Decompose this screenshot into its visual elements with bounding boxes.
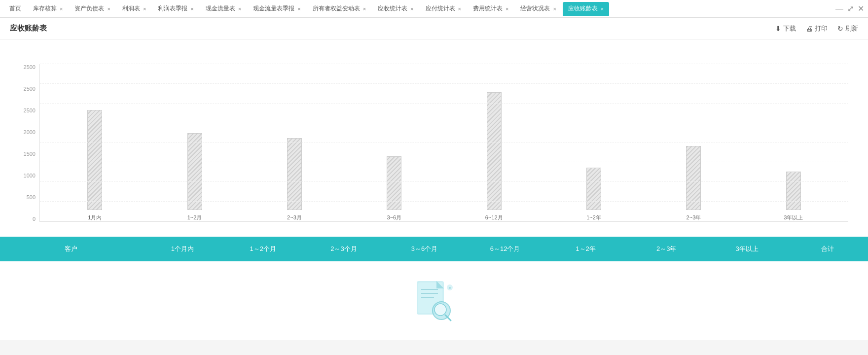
tab-label-cashflow_quarterly: 现金流量表季报 [253, 4, 294, 13]
y-axis-label: 500 [20, 194, 36, 200]
y-axis-label: 2500 [20, 107, 36, 113]
tab-close-profit_quarterly[interactable]: × [190, 6, 193, 12]
tab-close-expense_stat[interactable]: × [506, 6, 508, 12]
chart-plot: 1月内1~2月2~3月3~6月6~12月1~2年2~3年3年以上 [39, 64, 848, 222]
col-header-2to3year: 2～3年 [626, 245, 707, 253]
page-title: 应收账龄表 [10, 24, 47, 33]
col-header-1month: 1个月内 [142, 245, 223, 253]
bar-x-label: 1~2月 [187, 214, 202, 221]
tab-label-expense_stat: 费用统计表 [473, 4, 503, 13]
bar-column: 1~2月 [145, 64, 244, 221]
tab-label-balance: 资产负债表 [74, 4, 104, 13]
bar-column: 3年以上 [744, 64, 843, 221]
tab-operation[interactable]: 经营状况表× [515, 2, 561, 16]
col-header-3to6month: 3～6个月 [384, 245, 465, 253]
tab-aging[interactable]: 应收账龄表× [563, 2, 609, 16]
bar-x-label: 1月内 [88, 214, 102, 221]
grid-line [40, 181, 848, 182]
bar-column: 2~3年 [644, 64, 743, 221]
grid-line [40, 83, 848, 84]
bar [87, 110, 102, 210]
tab-payable_stat[interactable]: 应付统计表× [420, 2, 467, 16]
y-axis-label: 0 [20, 216, 36, 222]
tab-close-cashflow_quarterly[interactable]: × [297, 6, 300, 12]
tab-profit_quarterly[interactable]: 利润表季报× [152, 2, 199, 16]
bar-x-label: 3~6月 [387, 214, 401, 221]
tab-profit[interactable]: 利润表× [117, 2, 151, 16]
bar-column: 2~3月 [245, 64, 344, 221]
bars-container: 1月内1~2月2~3月3~6月6~12月1~2年2~3年3年以上 [40, 64, 848, 221]
tab-label-aging: 应收账龄表 [568, 4, 598, 13]
tab-label-receivable_stat: 应收统计表 [378, 4, 407, 13]
tab-bar: 首页库存核算×资产负债表×利润表×利润表季报×现金流量表×现金流量表季报×所有者… [0, 0, 868, 18]
maximize-icon[interactable]: ⤢ [847, 4, 854, 13]
bar-x-label: 3年以上 [784, 214, 803, 221]
col-header-total: 合计 [788, 245, 868, 253]
download-button[interactable]: ⬇ 下载 [775, 24, 796, 33]
tab-close-inventory[interactable]: × [60, 6, 63, 12]
tab-close-aging[interactable]: × [601, 6, 604, 12]
tab-balance[interactable]: 资产负债表× [69, 2, 115, 16]
tab-label-payable_stat: 应付统计表 [426, 4, 455, 13]
tab-inventory[interactable]: 库存核算× [28, 2, 68, 16]
tab-close-profit[interactable]: × [143, 6, 146, 12]
table-header: 客户1个月内1～2个月2～3个月3～6个月6～12个月1～2年2～3年3年以上合… [0, 237, 868, 261]
refresh-icon: ↻ [837, 25, 843, 33]
tab-label-profit: 利润表 [122, 4, 140, 13]
y-axis-label: 2000 [20, 129, 36, 135]
close-icon[interactable]: ✕ [858, 4, 864, 13]
y-axis-label: 1000 [20, 173, 36, 178]
grid-line [40, 123, 848, 123]
tab-label-operation: 经营状况表 [520, 4, 550, 13]
col-header-1to2year: 1～2年 [545, 245, 626, 253]
tab-equity[interactable]: 所有者权益变动表× [307, 2, 371, 16]
tab-home[interactable]: 首页 [4, 2, 27, 16]
bar [586, 168, 601, 210]
bar-x-label: 6~12月 [485, 214, 503, 221]
tab-receivable_stat[interactable]: 应收统计表× [372, 2, 419, 16]
col-header-3yearplus: 3年以上 [707, 245, 788, 253]
bar-x-label: 2~3年 [687, 214, 701, 221]
bar [187, 133, 202, 210]
tab-close-payable_stat[interactable]: × [458, 6, 461, 12]
y-axis: 0500100015002000250025002500 [20, 64, 39, 222]
tab-label-home: 首页 [9, 4, 21, 13]
bar-column: 1~2年 [544, 64, 644, 221]
tab-label-inventory: 库存核算 [33, 4, 57, 13]
tab-close-operation[interactable]: × [553, 6, 556, 12]
svg-point-7 [434, 304, 446, 316]
tab-label-profit_quarterly: 利润表季报 [158, 4, 187, 13]
bar [686, 146, 701, 210]
grid-line [40, 162, 848, 162]
tab-expense_stat[interactable]: 费用统计表× [468, 2, 514, 16]
refresh-button[interactable]: ↻ 刷新 [837, 24, 858, 33]
tab-cashflow_quarterly[interactable]: 现金流量表季报× [248, 2, 306, 16]
bar-x-label: 1~2年 [586, 214, 601, 221]
chart-container: 0500100015002000250025002500 1月内1~2月2~3月… [20, 49, 848, 222]
tab-close-equity[interactable]: × [363, 6, 366, 12]
grid-line [40, 142, 848, 143]
tab-close-balance[interactable]: × [107, 6, 110, 12]
col-header-6to12month: 6～12个月 [465, 245, 545, 253]
y-axis-label: 1500 [20, 151, 36, 157]
svg-text:✦: ✦ [448, 286, 452, 290]
tab-close-cashflow[interactable]: × [238, 6, 241, 12]
chart-area: 0500100015002000250025002500 1月内1~2月2~3月… [0, 39, 868, 237]
print-button[interactable]: 🖨 打印 [806, 24, 828, 33]
header-actions: ⬇ 下载 🖨 打印 ↻ 刷新 [775, 24, 858, 33]
tab-close-receivable_stat[interactable]: × [410, 6, 413, 12]
tab-label-cashflow: 现金流量表 [206, 4, 235, 13]
grid-line [40, 103, 848, 104]
minimize-icon[interactable]: — [835, 4, 843, 13]
bar-column: 3~6月 [344, 64, 444, 221]
grid-line [40, 64, 848, 64]
page-header: 应收账龄表 ⬇ 下载 🖨 打印 ↻ 刷新 [0, 18, 868, 39]
y-axis-label: 2500 [20, 64, 36, 70]
bar-column: 1月内 [45, 64, 145, 221]
window-controls: — ⤢ ✕ [835, 4, 864, 13]
col-header-customer: 客户 [0, 245, 142, 253]
bar [487, 92, 502, 210]
main-content: 0500100015002000250025002500 1月内1~2月2~3月… [0, 39, 868, 340]
empty-icon: ✦ [409, 281, 459, 320]
tab-cashflow[interactable]: 现金流量表× [200, 2, 247, 16]
